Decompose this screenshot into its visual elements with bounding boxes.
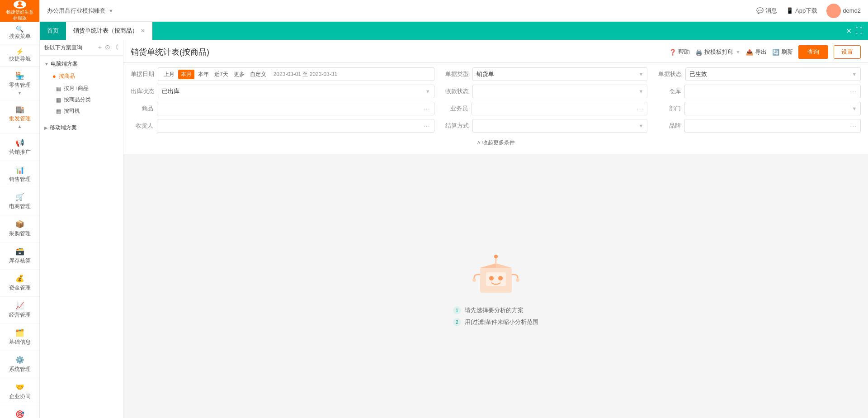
- out-status-value[interactable]: 已出库 ▼: [158, 85, 434, 98]
- sidebar-item-enterprise[interactable]: 🤝 企业协同: [0, 378, 39, 405]
- pay-status-label: 收款状态: [445, 87, 469, 95]
- tab-home[interactable]: 首页: [40, 22, 66, 40]
- sidebar-item-newbie[interactable]: 🎯 新手引导: [0, 405, 39, 418]
- content-right: 销货单统计表(按商品) ❓ 帮助 🖨️ 按模板打印 ▼ 📤 导出: [123, 40, 868, 418]
- doc-type-value[interactable]: 销货单 ▼: [472, 67, 648, 81]
- doc-status-value[interactable]: 已生效 ▼: [685, 67, 861, 81]
- logo-icon: [14, 0, 26, 9]
- scheme-group-mobile-header[interactable]: ▶ 移动端方案: [40, 122, 123, 133]
- salesperson-value[interactable]: ···: [472, 102, 648, 115]
- tab-close-all-icon[interactable]: ✕: [846, 27, 852, 35]
- message-action[interactable]: 💬 消息: [756, 7, 777, 15]
- print-label: 按模板打印: [704, 48, 734, 56]
- filter-panel: 按以下方案查询 ＋ ⊙ 《 ▼ 电脑端方案 ● 按商品 ▦ 按月+: [40, 40, 123, 418]
- user-profile[interactable]: demo2: [826, 4, 861, 18]
- refresh-action[interactable]: 🔄 刷新: [772, 48, 793, 56]
- sidebar: 畅捷信好生意 标服版 🔍 搜索菜单 ⚡ 快捷导航 🏪 零售管理 ▼ 🏬 批发管理…: [0, 0, 40, 418]
- tab-fullscreen-icon[interactable]: ⛶: [855, 27, 863, 35]
- mobile-toggle-icon: ▶: [44, 125, 48, 130]
- sidebar-item-ecommerce[interactable]: 🛒 电商管理: [0, 188, 39, 215]
- filter-doc-status: 单据状态 已生效 ▼: [658, 67, 861, 81]
- out-status-chevron-icon: ▼: [425, 89, 430, 94]
- sidebar-item-stock[interactable]: 🗃️ 库存核算: [0, 242, 39, 270]
- warehouse-value[interactable]: ···: [684, 85, 861, 98]
- dept-value[interactable]: ▼: [684, 102, 861, 115]
- edit-scheme-icon[interactable]: ⊙: [105, 43, 110, 52]
- set-button[interactable]: 设置: [834, 45, 861, 59]
- pc-group-label: 电脑端方案: [51, 60, 78, 68]
- salesperson-dots-icon: ···: [637, 105, 644, 112]
- doc-status-text: 已生效: [689, 70, 707, 78]
- query-button[interactable]: 查询: [798, 45, 828, 59]
- date-btn-custom[interactable]: 自定义: [248, 70, 268, 79]
- print-chevron-icon: ▼: [736, 49, 741, 55]
- collapse-panel-icon[interactable]: 《: [112, 43, 118, 52]
- date-btn-7days[interactable]: 近7天: [212, 70, 230, 79]
- receiver-value[interactable]: ···: [157, 119, 434, 133]
- appdownload-action[interactable]: 📱 App下载: [786, 7, 817, 15]
- avatar: [826, 4, 841, 18]
- help-action[interactable]: ❓ 帮助: [669, 48, 690, 56]
- operations-icon: 📈: [15, 301, 24, 310]
- sidebar-item-system[interactable]: ⚙️ 系统管理: [0, 351, 39, 378]
- app-logo: 畅捷信好生意 标服版: [0, 0, 39, 22]
- tab-bar: 首页 销货单统计表（按商品） ✕ ✕ ⛶: [40, 22, 868, 40]
- filter-date: 单据日期 上月 本月 本年 近7天 更多 自定义: [131, 67, 434, 81]
- scheme-item-by-cat[interactable]: ▦ 按商品分类: [40, 94, 123, 105]
- header-right: 💬 消息 📱 App下载 demo2: [756, 4, 861, 18]
- payment-value[interactable]: ▼: [472, 119, 648, 133]
- by-cat-label: 按商品分类: [64, 96, 91, 104]
- enterprise-icon: 🤝: [15, 383, 24, 391]
- payment-chevron-icon: ▼: [638, 123, 643, 128]
- sidebar-item-retail[interactable]: 🏪 零售管理 ▼: [0, 67, 39, 100]
- pay-status-value[interactable]: ▼: [472, 85, 648, 98]
- date-value[interactable]: 上月 本月 本年 近7天 更多 自定义 2023-03-01 至 2023-03…: [158, 67, 434, 81]
- scheme-item-by-product[interactable]: ● 按商品: [40, 70, 123, 83]
- ecommerce-icon: 🛒: [15, 193, 24, 201]
- industry-selector[interactable]: 办公用品行业模拟账套 ▼: [47, 7, 113, 15]
- export-icon: 📤: [746, 49, 753, 56]
- product-value[interactable]: ···: [157, 102, 434, 115]
- product-dots-icon: ···: [424, 105, 430, 112]
- print-action[interactable]: 🖨️ 按模板打印 ▼: [695, 48, 741, 56]
- date-btn-this-month[interactable]: 本月: [178, 70, 194, 79]
- filter-panel-title: 按以下方案查询: [44, 44, 82, 52]
- sidebar-item-marketing[interactable]: 📢 营销推广: [0, 134, 39, 161]
- warehouse-dots-icon: ···: [850, 88, 857, 95]
- scheme-item-by-clerk[interactable]: ▦ 按司机: [40, 105, 123, 117]
- sidebar-item-operations[interactable]: 📈 经营管理: [0, 297, 39, 324]
- doc-status-label: 单据状态: [658, 70, 682, 78]
- receiver-label: 收货人: [131, 122, 153, 130]
- sidebar-item-finance[interactable]: 💰 资金管理: [0, 270, 39, 297]
- tab-close-icon[interactable]: ✕: [141, 28, 145, 33]
- by-product-label: 按商品: [59, 72, 75, 80]
- receiver-dots-icon: ···: [424, 122, 430, 129]
- sidebar-item-wholesale[interactable]: 🏬 批发管理 ▲: [0, 100, 39, 134]
- date-btn-last-month[interactable]: 上月: [162, 70, 176, 79]
- date-btn-more[interactable]: 更多: [232, 70, 246, 79]
- date-btn-this-year[interactable]: 本年: [196, 70, 211, 79]
- brand-value[interactable]: ···: [684, 119, 861, 133]
- sidebar-item-purchase[interactable]: 📦 采购管理: [0, 215, 39, 242]
- tip-text-1: 请先选择要分析的方案: [465, 306, 524, 314]
- add-scheme-icon[interactable]: ＋: [97, 43, 103, 52]
- sidebar-item-basic[interactable]: 🗂️ 基础信息: [0, 324, 39, 351]
- scheme-group-pc-header[interactable]: ▼ 电脑端方案: [40, 58, 123, 70]
- svg-point-0: [18, 1, 22, 5]
- sidebar-search[interactable]: 🔍 搜索菜单: [0, 22, 39, 44]
- scheme-item-by-month-product[interactable]: ▦ 按月+商品: [40, 83, 123, 94]
- export-action[interactable]: 📤 导出: [746, 48, 767, 56]
- out-status-label: 出库状态: [131, 87, 154, 95]
- svg-point-1: [830, 5, 837, 13]
- collapse-filter-btn[interactable]: ∧ 收起更多条件: [131, 136, 861, 149]
- tab-sales-stat[interactable]: 销货单统计表（按商品） ✕: [66, 22, 152, 40]
- filter-area: 单据日期 上月 本月 本年 近7天 更多 自定义: [123, 63, 868, 154]
- by-month-label: 按月+商品: [64, 85, 89, 92]
- payment-label: 结算方式: [445, 122, 469, 130]
- by-product-icon: ●: [52, 73, 56, 80]
- tip-text-2: 用[过滤]条件来缩小分析范围: [465, 318, 538, 326]
- filter-row-3: 商品 ··· 业务员 ···: [131, 102, 861, 115]
- by-clerk-icon: ▦: [56, 108, 61, 114]
- sidebar-quick-nav[interactable]: ⚡ 快捷导航: [0, 44, 39, 67]
- sidebar-item-sales[interactable]: 📊 销售管理: [0, 161, 39, 188]
